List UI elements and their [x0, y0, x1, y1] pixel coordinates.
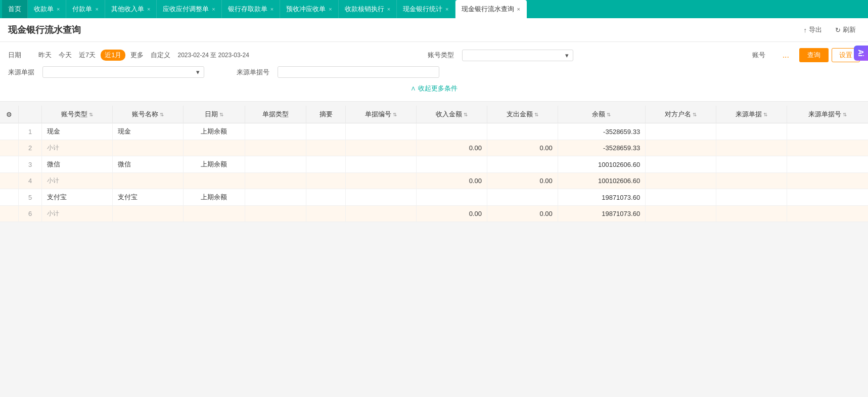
nav-tab-8[interactable]: 现金银行流水查询 × [455, 0, 527, 18]
shortcut-7days[interactable]: 近7天 [77, 50, 98, 61]
cell-account-type: 支付宝 [42, 189, 113, 206]
page-header: 现金银行流水查询 ↑ 导出 ↻ 刷新 [0, 18, 868, 42]
page-title: 现金银行流水查询 [8, 24, 81, 36]
nav-tab-1[interactable]: 付款单 × [66, 0, 105, 18]
cell-account-name [113, 173, 184, 189]
shortcut-custom[interactable]: 自定义 [149, 50, 172, 61]
th-counterpart[interactable]: 对方户名 ⇅ [646, 106, 716, 123]
th-source-doc-no[interactable]: 来源单据号 ⇅ [787, 106, 868, 123]
nav-tab-2[interactable]: 其他收入单 × [105, 0, 157, 18]
cell-balance: -3528659.33 [558, 140, 645, 156]
th-gear[interactable]: ⚙ [0, 106, 18, 123]
cell-balance: 19871073.60 [558, 189, 645, 206]
th-idx [18, 106, 42, 123]
gear-icon[interactable]: ⚙ [6, 111, 12, 118]
nav-tab-0[interactable]: 收款单 × [28, 0, 66, 18]
close-icon[interactable]: × [270, 6, 273, 12]
cell-income [417, 123, 487, 140]
th-expense[interactable]: 支出金额 ⇅ [487, 106, 558, 123]
cell-gear [0, 173, 18, 189]
account-type-select[interactable]: ▾ [462, 50, 573, 61]
cell-account-type: 微信 [42, 156, 113, 173]
cell-counterpart [646, 123, 716, 140]
close-icon[interactable]: × [95, 6, 98, 12]
top-nav: 首页 收款单 × 付款单 × 其他收入单 × 应收应付调整单 × 银行存取款单 … [0, 0, 868, 18]
close-icon[interactable]: × [387, 6, 390, 12]
sort-icon: ⇅ [464, 112, 468, 117]
refresh-button[interactable]: ↻ 刷新 [831, 23, 860, 36]
cell-balance: 100102606.60 [558, 173, 645, 189]
cell-summary [306, 156, 346, 173]
cell-source-doc [716, 206, 787, 222]
cell-doc-no [346, 140, 417, 156]
table-row: 1 现金 现金 上期余额 -3528659.33 [0, 123, 868, 140]
header-actions: ↑ 导出 ↻ 刷新 [800, 23, 860, 36]
account-ellipsis-btn[interactable]: ... [781, 51, 791, 60]
close-icon[interactable]: × [517, 6, 520, 12]
cell-source-doc-no [787, 140, 868, 156]
nav-tab-4[interactable]: 银行存取款单 × [222, 0, 280, 18]
th-account-name[interactable]: 账号名称 ⇅ [113, 106, 184, 123]
shortcut-more[interactable]: 更多 [128, 50, 146, 61]
ai-badge[interactable]: Ai [854, 46, 868, 61]
nav-home[interactable]: 首页 [2, 0, 28, 18]
sort-icon: ⇅ [763, 112, 767, 117]
sort-icon: ⇅ [219, 112, 223, 117]
query-button[interactable]: 查询 [799, 48, 829, 62]
th-income[interactable]: 收入金额 ⇅ [417, 106, 487, 123]
nav-tab-7[interactable]: 现金银行统计 × [397, 0, 455, 18]
cell-counterpart [646, 206, 716, 222]
cell-counterpart [646, 156, 716, 173]
nav-tab-6[interactable]: 收款核销执行 × [339, 0, 397, 18]
sort-icon: ⇅ [607, 112, 611, 117]
nav-tab-5[interactable]: 预收冲应收单 × [280, 0, 338, 18]
close-icon[interactable]: × [147, 6, 150, 12]
cell-expense: 0.00 [487, 173, 558, 189]
cell-date [184, 173, 245, 189]
source-doc-num-input[interactable] [282, 68, 435, 76]
th-account-type[interactable]: 账号类型 ⇅ [42, 106, 113, 123]
cell-expense [487, 156, 558, 173]
shortcut-today[interactable]: 今天 [57, 50, 74, 61]
cell-doc-no [346, 123, 417, 140]
nav-tab-3[interactable]: 应收应付调整单 × [157, 0, 221, 18]
cell-account-type: 小计 [42, 206, 113, 222]
source-doc-select[interactable]: ▾ [42, 66, 204, 78]
collapse-bar[interactable]: ∧ 收起更多条件 [8, 82, 860, 95]
table-row: 3 微信 微信 上期余额 100102606.60 [0, 156, 868, 173]
cell-account-name: 现金 [113, 123, 184, 140]
th-date[interactable]: 日期 ⇅ [184, 106, 245, 123]
th-doc-type: 单据类型 [245, 106, 306, 123]
close-icon[interactable]: × [212, 6, 215, 12]
close-icon[interactable]: × [329, 6, 332, 12]
cell-income [417, 156, 487, 173]
cell-gear [0, 206, 18, 222]
cell-summary [306, 206, 346, 222]
close-icon[interactable]: × [445, 6, 448, 12]
th-doc-no[interactable]: 单据编号 ⇅ [346, 106, 417, 123]
table-row: 6 小计 0.00 0.00 19871073.60 [0, 206, 868, 222]
close-icon[interactable]: × [57, 6, 60, 12]
date-range-display: 2023-02-24 至 2023-03-24 [177, 51, 249, 60]
cell-balance: -3528659.33 [558, 123, 645, 140]
cell-idx: 5 [18, 189, 42, 206]
cell-account-name: 支付宝 [113, 189, 184, 206]
cell-source-doc-no [787, 173, 868, 189]
data-table-container: ⚙ 账号类型 ⇅ 账号名称 ⇅ 日期 [0, 106, 868, 222]
cell-summary [306, 173, 346, 189]
cell-doc-type [245, 173, 306, 189]
source-doc-label: 来源单据 [8, 68, 34, 77]
cell-date: 上期余额 [184, 156, 245, 173]
export-button[interactable]: ↑ 导出 [800, 23, 827, 36]
shortcut-yesterday[interactable]: 昨天 [36, 50, 54, 61]
th-summary: 摘要 [306, 106, 346, 123]
cell-counterpart [646, 140, 716, 156]
cell-date [184, 140, 245, 156]
chevron-down-icon: ▾ [196, 68, 200, 76]
th-source-doc[interactable]: 来源单据 ⇅ [716, 106, 787, 123]
account-label: 账号 [752, 51, 772, 60]
shortcut-1month[interactable]: 近1月 [101, 50, 125, 61]
th-balance[interactable]: 余额 ⇅ [558, 106, 645, 123]
cell-expense: 0.00 [487, 206, 558, 222]
cell-source-doc [716, 140, 787, 156]
